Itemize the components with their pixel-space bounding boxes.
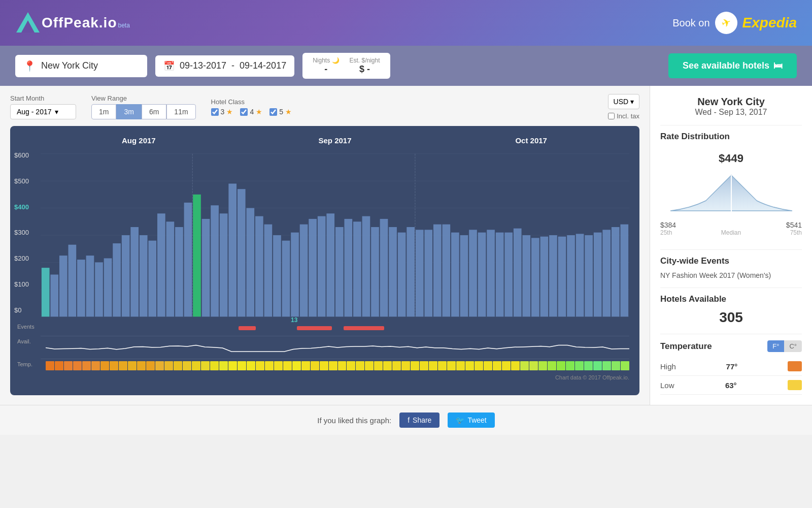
svg-rect-51	[398, 233, 406, 317]
temperature-stripe	[46, 361, 629, 372]
svg-rect-26	[175, 227, 183, 316]
currency-select[interactable]: USD ▾	[608, 94, 639, 109]
svg-rect-16	[86, 256, 94, 316]
twitter-icon: 🐦	[456, 416, 464, 424]
search-dates-input[interactable]: 📅 09-13-2017 - 09-14-2017	[155, 55, 294, 77]
svg-rect-56	[443, 225, 451, 317]
p75-value: $541	[786, 221, 802, 229]
expedia-plane-icon: ✈	[720, 15, 733, 31]
day-13-label: 13	[291, 316, 297, 324]
svg-rect-68	[549, 235, 557, 316]
y-0: $0	[14, 306, 29, 314]
expedia-logo: ✈	[715, 12, 737, 34]
fb-icon: f	[408, 416, 410, 424]
footer: If you liked this graph: f Share 🐦 Tweet	[0, 405, 812, 435]
hotels-section-title: Hotels Available	[660, 288, 802, 304]
view-range-3m[interactable]: 3m	[116, 104, 141, 119]
svg-rect-76	[620, 225, 628, 317]
svg-rect-12	[50, 274, 58, 316]
svg-rect-23	[148, 241, 156, 317]
right-panel: New York City Wed - Sep 13, 2017 Rate Di…	[650, 86, 812, 405]
svg-rect-47	[362, 216, 370, 317]
svg-rect-33	[238, 189, 246, 316]
svg-rect-75	[612, 227, 620, 316]
svg-rect-74	[602, 230, 611, 316]
book-on-text: Book on	[672, 17, 709, 29]
svg-rect-44	[335, 227, 344, 316]
hotels-count: 305	[660, 309, 802, 326]
svg-rect-59	[469, 230, 477, 316]
svg-rect-50	[389, 227, 397, 316]
view-range-buttons: 1m 3m 6m 11m	[91, 104, 196, 119]
view-range-group: View Range 1m 3m 6m 11m	[91, 94, 196, 119]
event-bar-1	[239, 326, 256, 330]
svg-rect-40	[300, 225, 308, 317]
svg-rect-14	[69, 245, 77, 317]
svg-rect-70	[567, 235, 575, 316]
svg-rect-71	[576, 234, 584, 316]
temp-toggle: F° C°	[767, 340, 802, 352]
svg-rect-25	[166, 221, 175, 316]
share-label: Share	[413, 416, 431, 424]
location-text: New York City	[41, 60, 98, 71]
temperature-row: Temp.	[41, 359, 629, 372]
temp-c-button[interactable]: C°	[784, 340, 802, 352]
start-month-select[interactable]: Aug - 2017 ▾	[10, 104, 76, 119]
svg-rect-41	[309, 219, 317, 316]
svg-rect-20	[122, 235, 130, 316]
hotel-3star-checkbox[interactable]: 3★	[211, 108, 233, 116]
percentile-labels: 25th Median 75th	[660, 229, 802, 236]
nights-value: -	[313, 64, 339, 75]
hotel-class-label: Hotel Class	[211, 98, 292, 106]
svg-rect-53	[416, 230, 424, 316]
date-end: 09-14-2017	[240, 60, 286, 71]
svg-rect-55	[433, 225, 442, 317]
view-range-1m[interactable]: 1m	[91, 104, 116, 119]
est-label: Est. $/night	[350, 57, 380, 64]
temp-high-label: High	[660, 362, 676, 371]
median-label: Median	[721, 229, 741, 236]
svg-rect-11	[42, 268, 50, 316]
header: OffPeak.io beta Book on ✈ Expedia	[0, 0, 812, 46]
temp-low-value: 63°	[725, 381, 737, 390]
rate-dist-chart	[665, 170, 797, 216]
svg-rect-17	[95, 262, 103, 316]
svg-rect-37	[273, 235, 281, 316]
svg-rect-21	[130, 227, 139, 316]
view-range-11m[interactable]: 11m	[166, 104, 195, 119]
availability-svg	[46, 336, 629, 356]
svg-rect-32	[228, 183, 236, 316]
view-range-6m[interactable]: 6m	[142, 104, 166, 119]
y-600: $600	[14, 151, 29, 159]
p25-value: $384	[660, 221, 676, 229]
rate-median: $449	[660, 152, 802, 165]
event-item-1: NY Fashion Week 2017 (Women's)	[660, 271, 802, 279]
share-button[interactable]: f Share	[399, 412, 439, 428]
incl-tax-checkbox[interactable]: Incl. tax	[608, 112, 639, 120]
temp-low-swatch	[788, 380, 802, 390]
panel-date: Wed - Sep 13, 2017	[660, 108, 802, 117]
calendar-icon: 📅	[163, 60, 175, 72]
p25-label: 25th	[660, 229, 672, 236]
y-300: $300	[14, 229, 29, 236]
svg-rect-28	[193, 195, 201, 316]
rate-distribution: $449 $384 $541	[660, 147, 802, 241]
search-bar: 📍 New York City 📅 09-13-2017 - 09-14-201…	[0, 46, 812, 86]
start-month-group: Start Month Aug - 2017 ▾	[10, 94, 76, 119]
month-sep: Sep 2017	[237, 136, 433, 145]
events-bar: 13	[46, 324, 629, 334]
see-hotels-button[interactable]: See available hotels 🛏	[668, 53, 797, 78]
logo-text: OffPeak.io	[42, 15, 117, 31]
hotel-4star-checkbox[interactable]: 4★	[240, 108, 262, 116]
temp-f-button[interactable]: F°	[767, 340, 784, 352]
search-location-input[interactable]: 📍 New York City	[15, 55, 147, 77]
tweet-button[interactable]: 🐦 Tweet	[448, 412, 494, 428]
svg-rect-58	[460, 235, 468, 316]
bell-labels: $384 $541	[660, 221, 802, 229]
svg-rect-57	[451, 233, 459, 317]
svg-rect-30	[211, 205, 219, 316]
svg-rect-22	[140, 235, 148, 316]
temp-high-row: High 77°	[660, 357, 802, 376]
svg-rect-39	[291, 233, 299, 317]
hotel-5star-checkbox[interactable]: 5★	[269, 108, 292, 116]
